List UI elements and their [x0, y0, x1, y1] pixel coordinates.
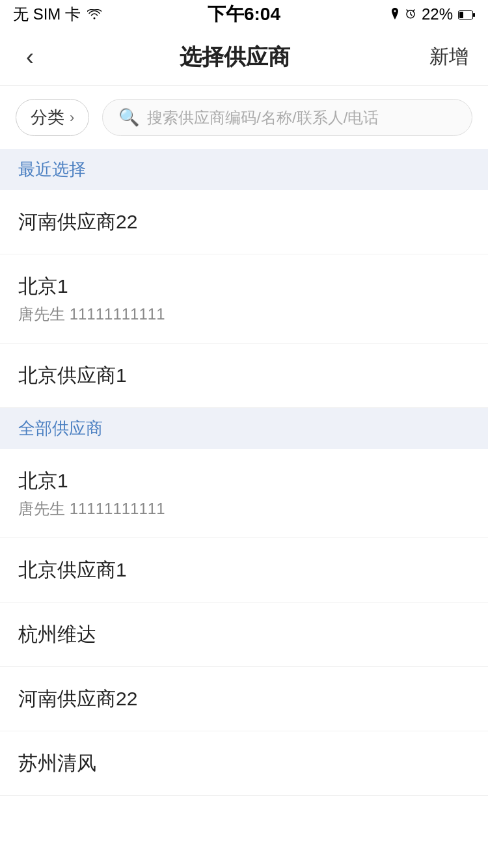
chevron-right-icon: ›	[70, 109, 74, 126]
status-time: 下午6:04	[208, 2, 280, 27]
alarm-icon	[405, 5, 416, 23]
all-list: 北京1唐先生 11111111111北京供应商1杭州维达河南供应商22苏州清风	[0, 449, 488, 796]
item-name: 杭州维达	[18, 621, 470, 648]
item-name: 河南供应商22	[18, 208, 470, 236]
list-item[interactable]: 苏州清风	[0, 731, 488, 796]
item-name: 北京供应商1	[18, 362, 470, 389]
item-name: 北京1	[18, 273, 470, 300]
status-left: 无 SIM 卡	[13, 4, 102, 25]
item-sub: 唐先生 11111111111	[18, 498, 470, 519]
item-name: 北京供应商1	[18, 556, 470, 584]
category-button[interactable]: 分类 ›	[16, 99, 89, 136]
list-item[interactable]: 河南供应商22	[0, 190, 488, 254]
filter-bar: 分类 › 🔍	[0, 86, 488, 149]
battery-icon	[458, 5, 475, 23]
recent-section-label: 最近选择	[18, 159, 86, 179]
all-section-label: 全部供应商	[18, 418, 103, 438]
list-item[interactable]: 河南供应商22	[0, 667, 488, 731]
item-name: 河南供应商22	[18, 685, 470, 712]
item-name: 北京1	[18, 467, 470, 495]
search-icon: 🔍	[118, 107, 139, 128]
list-item[interactable]: 杭州维达	[0, 603, 488, 667]
back-button[interactable]: ‹	[20, 37, 40, 77]
list-item[interactable]: 北京1唐先生 11111111111	[0, 449, 488, 538]
status-bar: 无 SIM 卡 下午6:04 22%	[0, 0, 488, 29]
list-item[interactable]: 北京供应商1	[0, 538, 488, 603]
search-box: 🔍	[102, 99, 472, 136]
category-label: 分类	[31, 106, 64, 129]
svg-rect-2	[459, 12, 463, 18]
location-icon	[390, 5, 400, 23]
recent-list: 河南供应商22北京1唐先生 11111111111北京供应商1	[0, 190, 488, 408]
carrier-label: 无 SIM 卡	[13, 4, 81, 25]
battery-label: 22%	[422, 5, 453, 23]
list-item[interactable]: 北京供应商1	[0, 344, 488, 408]
recent-section-header: 最近选择	[0, 149, 488, 190]
item-name: 苏州清风	[18, 750, 470, 777]
all-section-header: 全部供应商	[0, 408, 488, 449]
nav-bar: ‹ 选择供应商 新增	[0, 29, 488, 86]
new-action-button[interactable]: 新增	[429, 44, 468, 70]
wifi-icon	[87, 5, 102, 23]
status-right: 22%	[390, 5, 475, 23]
search-input[interactable]	[147, 109, 456, 127]
item-sub: 唐先生 11111111111	[18, 304, 470, 325]
list-item[interactable]: 北京1唐先生 11111111111	[0, 254, 488, 344]
page-title: 选择供应商	[180, 42, 290, 72]
svg-rect-3	[473, 13, 475, 17]
